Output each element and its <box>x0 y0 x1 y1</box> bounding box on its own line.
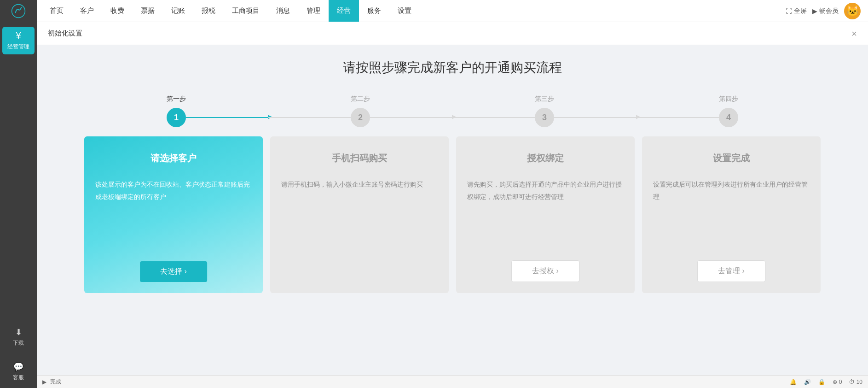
page-header: 初始化设置 × <box>37 22 868 45</box>
nav-accounting[interactable]: 记账 <box>163 0 193 22</box>
sidebar: ¥ 经营管理 ⬇ 下载 💬 客服 <box>0 22 37 388</box>
card-2: 手机扫码购买 请用手机扫码，输入小微企业主账号密码进行购买 <box>270 136 449 293</box>
step3-label: 第三步 <box>535 95 554 103</box>
sidebar-item-label: 经营管理 <box>7 43 29 51</box>
top-nav: 首页 客户 收费 票据 记账 报税 工商项目 消息 管理 经营 服务 设置 ⛶ … <box>0 0 868 22</box>
fullscreen-btn[interactable]: ⛶ 全屏 <box>786 7 807 15</box>
member-btn[interactable]: ▶ 畅会员 <box>812 7 839 15</box>
card3-desc: 请先购买，购买后选择开通的产品中的企业用户进行授权绑定，成功后即可进行经营管理 <box>467 178 624 203</box>
volume-icon: 🔊 <box>804 379 811 385</box>
sidebar-support-label: 客服 <box>13 374 24 382</box>
nav-customer[interactable]: 客户 <box>72 0 102 22</box>
step1-circle: 1 <box>167 108 186 127</box>
page-title: 初始化设置 <box>48 29 82 38</box>
card1-title: 请选择客户 <box>95 147 252 169</box>
main-content: 初始化设置 × 请按照步骤完成新客户的开通购买流程 第一步 1 <box>37 22 868 388</box>
nav-right: ⛶ 全屏 ▶ 畅会员 🐱 <box>786 3 868 19</box>
card-4: 设置完成 设置完成后可以在管理列表进行所有企业用户的经营管理 去管理 › <box>642 136 821 293</box>
sidebar-support[interactable]: 💬 客服 <box>2 358 35 385</box>
sidebar-download[interactable]: ⬇ 下载 <box>2 323 35 351</box>
logo <box>0 0 37 22</box>
nav-bill[interactable]: 票据 <box>133 0 163 22</box>
step2-label: 第二步 <box>351 95 370 103</box>
fullscreen-label: 全屏 <box>794 7 807 15</box>
notify-icon: 🔔 <box>790 379 797 385</box>
nav-message[interactable]: 消息 <box>268 0 298 22</box>
close-button[interactable]: × <box>851 29 857 38</box>
card4-desc: 设置完成后可以在管理列表进行所有企业用户的经营管理 <box>653 178 810 203</box>
main-heading: 请按照步骤完成新客户的开通购买流程 <box>343 59 562 76</box>
step1-label: 第一步 <box>167 95 186 103</box>
step4-circle: 4 <box>719 108 738 127</box>
done-label: 完成 <box>50 378 61 386</box>
step3-connector: ▶ <box>554 117 637 118</box>
card3-title: 授权绑定 <box>467 147 624 169</box>
card-3: 授权绑定 请先购买，购买后选择开通的产品中的企业用户进行授权绑定，成功后即可进行… <box>456 136 635 293</box>
cards-row: 请选择客户 该处展示的客户为不在回收站、客户状态正常建账后完成老板端绑定的所有客… <box>84 136 821 293</box>
status-right: 🔔 🔊 🔒 ⊕ 0 ⏱ 10 <box>790 379 862 385</box>
lock-icon: 🔒 <box>818 379 825 385</box>
status-left: ▶ 完成 <box>42 378 61 386</box>
nav-fee[interactable]: 收费 <box>102 0 133 22</box>
nav-operation[interactable]: 经营 <box>329 0 359 22</box>
layout: ¥ 经营管理 ⬇ 下载 💬 客服 初始化设置 × 请按照步骤完成新客户的开通购买… <box>0 22 868 388</box>
support-icon: 💬 <box>13 362 23 372</box>
download-icon: ⬇ <box>15 327 22 337</box>
card1-desc: 该处展示的客户为不在回收站、客户状态正常建账后完成老板端绑定的所有客户 <box>95 178 252 203</box>
steps-container: 第一步 1 ▶ 第二步 <box>84 95 821 293</box>
step3-circle: 3 <box>535 108 554 127</box>
step2-circle: 2 <box>351 108 370 127</box>
card1-btn[interactable]: 去选择 › <box>140 261 207 282</box>
step4-label: 第四步 <box>719 95 738 103</box>
card4-title: 设置完成 <box>653 147 810 169</box>
play-icon: ▶ <box>812 7 817 15</box>
nav-home[interactable]: 首页 <box>41 0 72 22</box>
counter-display: ⊕ 0 <box>833 379 842 385</box>
fullscreen-icon: ⛶ <box>786 7 792 15</box>
timer-display: ⏱ 10 <box>849 379 862 385</box>
svg-point-0 <box>12 4 25 18</box>
card3-btn[interactable]: 去授权 › <box>511 260 579 282</box>
play-btn[interactable]: ▶ <box>42 379 46 385</box>
member-label: 畅会员 <box>819 7 839 15</box>
nav-business[interactable]: 工商项目 <box>224 0 268 22</box>
nav-items: 首页 客户 收费 票据 记账 报税 工商项目 消息 管理 经营 服务 设置 <box>37 0 786 22</box>
nav-settings[interactable]: 设置 <box>389 0 420 22</box>
nav-manage[interactable]: 管理 <box>298 0 329 22</box>
step1-connector: ▶ <box>186 117 268 118</box>
page-body: 请按照步骤完成新客户的开通购买流程 第一步 1 ▶ <box>37 45 868 375</box>
card-1: 请选择客户 该处展示的客户为不在回收站、客户状态正常建账后完成老板端绑定的所有客… <box>84 136 263 293</box>
card4-btn[interactable]: 去管理 › <box>697 260 765 282</box>
status-bar: ▶ 完成 🔔 🔊 🔒 ⊕ 0 ⏱ 10 <box>37 375 868 388</box>
step2-connector: ▶ <box>370 117 452 118</box>
yuan-icon: ¥ <box>16 30 21 41</box>
sidebar-item-operation[interactable]: ¥ 经营管理 <box>2 27 35 54</box>
nav-service[interactable]: 服务 <box>359 0 389 22</box>
sidebar-download-label: 下载 <box>13 339 24 347</box>
card2-title: 手机扫码购买 <box>281 147 438 169</box>
nav-tax[interactable]: 报税 <box>193 0 224 22</box>
avatar[interactable]: 🐱 <box>844 3 861 19</box>
card2-desc: 请用手机扫码，输入小微企业主账号密码进行购买 <box>281 178 438 191</box>
